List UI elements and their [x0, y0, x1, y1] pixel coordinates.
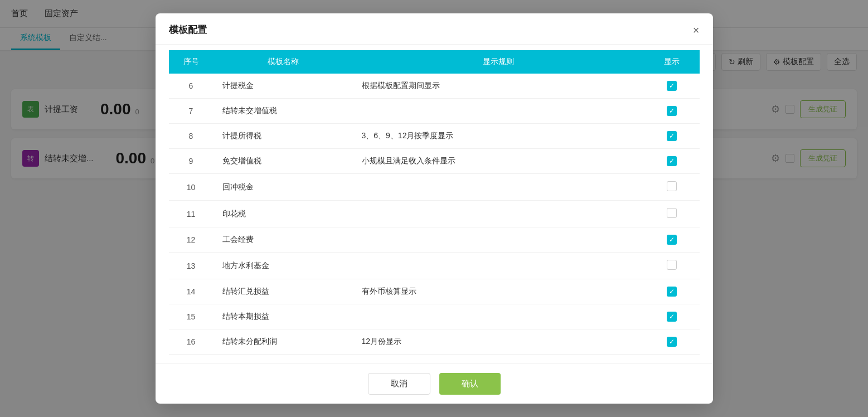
cell-name: 计提税金 [214, 74, 353, 99]
cell-rule: 3、6、9、12月按季度显示 [353, 124, 644, 149]
col-show: 显示 [644, 50, 700, 74]
table-row: 15结转本期损益✓ [169, 304, 700, 329]
cell-seq: 13 [169, 253, 214, 279]
cell-rule [353, 174, 644, 201]
table-row: 8计提所得税3、6、9、12月按季度显示✓ [169, 124, 700, 149]
checkbox-1[interactable]: ✓ [667, 106, 677, 116]
table-row: 10回冲税金 [169, 174, 700, 201]
modal-template-config: 模板配置 × 序号 模板名称 显示规则 显示 6计提税金根据模板配置期间显示✓7… [156, 13, 713, 404]
cell-rule [353, 253, 644, 279]
cell-checkbox[interactable]: ✓ [644, 124, 700, 149]
cell-name: 结转未交增值税 [214, 99, 353, 124]
table-row: 7结转未交增值税✓ [169, 99, 700, 124]
cell-rule: 小规模且满足收入条件显示 [353, 149, 644, 174]
cell-seq: 9 [169, 149, 214, 174]
checkbox-3[interactable]: ✓ [667, 156, 677, 166]
table-row: 12工会经费✓ [169, 227, 700, 253]
cell-rule [353, 304, 644, 329]
cell-seq: 16 [169, 329, 214, 355]
cell-name: 工会经费 [214, 227, 353, 253]
modal-header: 模板配置 × [156, 13, 713, 45]
table-row: 14结转汇兑损益有外币核算显示✓ [169, 279, 700, 304]
cell-seq: 8 [169, 124, 214, 149]
cell-name: 地方水利基金 [214, 253, 353, 279]
table-row: 11印花税 [169, 201, 700, 227]
confirm-button[interactable]: 确认 [439, 373, 501, 395]
cell-checkbox[interactable]: ✓ [644, 149, 700, 174]
cell-checkbox[interactable]: ✓ [644, 279, 700, 304]
cell-checkbox[interactable]: ✓ [644, 74, 700, 99]
col-rule: 显示规则 [353, 50, 644, 74]
modal-body: 序号 模板名称 显示规则 显示 6计提税金根据模板配置期间显示✓7结转未交增值税… [156, 45, 713, 363]
table-row: 9免交增值税小规模且满足收入条件显示✓ [169, 149, 700, 174]
cell-checkbox[interactable]: ✓ [644, 227, 700, 253]
cancel-button[interactable]: 取消 [368, 373, 430, 395]
modal-title: 模板配置 [169, 23, 207, 36]
modal-footer: 取消 确认 [156, 363, 713, 404]
cell-checkbox[interactable] [644, 174, 700, 201]
cell-seq: 12 [169, 227, 214, 253]
checkbox-8[interactable]: ✓ [667, 287, 677, 297]
cell-rule [353, 201, 644, 227]
cell-name: 结转汇兑损益 [214, 279, 353, 304]
cell-seq: 10 [169, 174, 214, 201]
checkbox-4[interactable] [667, 181, 677, 191]
cell-rule [353, 99, 644, 124]
table-header-row: 序号 模板名称 显示规则 显示 [169, 50, 700, 74]
cell-rule [353, 227, 644, 253]
cell-seq: 14 [169, 279, 214, 304]
cell-name: 免交增值税 [214, 149, 353, 174]
cell-name: 计提所得税 [214, 124, 353, 149]
cell-seq: 7 [169, 99, 214, 124]
cell-checkbox[interactable] [644, 201, 700, 227]
cell-name: 印花税 [214, 201, 353, 227]
modal-close-button[interactable]: × [693, 25, 700, 36]
checkbox-5[interactable] [667, 208, 677, 218]
cell-seq: 6 [169, 74, 214, 99]
checkbox-2[interactable]: ✓ [667, 131, 677, 141]
checkbox-7[interactable] [667, 260, 677, 270]
cell-seq: 11 [169, 201, 214, 227]
modal-overlay: 模板配置 × 序号 模板名称 显示规则 显示 6计提税金根据模板配置期间显示✓7… [0, 0, 868, 417]
cell-seq: 15 [169, 304, 214, 329]
checkbox-10[interactable]: ✓ [667, 337, 677, 347]
col-seq: 序号 [169, 50, 214, 74]
cell-name: 回冲税金 [214, 174, 353, 201]
checkbox-9[interactable]: ✓ [667, 312, 677, 322]
cell-name: 结转未分配利润 [214, 329, 353, 355]
cell-checkbox[interactable]: ✓ [644, 99, 700, 124]
cell-name: 结转本期损益 [214, 304, 353, 329]
checkbox-0[interactable]: ✓ [667, 81, 677, 91]
table-row: 6计提税金根据模板配置期间显示✓ [169, 74, 700, 99]
table-row: 16结转未分配利润12月份显示✓ [169, 329, 700, 355]
table-row: 13地方水利基金 [169, 253, 700, 279]
cell-checkbox[interactable] [644, 253, 700, 279]
cell-rule: 12月份显示 [353, 329, 644, 355]
checkbox-6[interactable]: ✓ [667, 235, 677, 245]
config-table: 序号 模板名称 显示规则 显示 6计提税金根据模板配置期间显示✓7结转未交增值税… [169, 50, 700, 355]
cell-rule: 有外币核算显示 [353, 279, 644, 304]
cell-checkbox[interactable]: ✓ [644, 329, 700, 355]
cell-rule: 根据模板配置期间显示 [353, 74, 644, 99]
col-name: 模板名称 [214, 50, 353, 74]
cell-checkbox[interactable]: ✓ [644, 304, 700, 329]
